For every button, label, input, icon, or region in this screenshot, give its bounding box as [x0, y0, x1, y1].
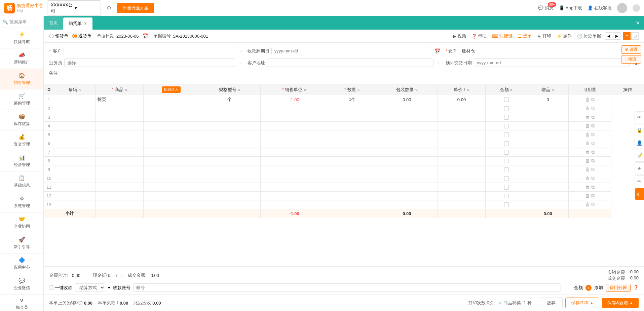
- operate-button[interactable]: ⚡ 操作: [555, 32, 573, 40]
- row-gift[interactable]: [486, 95, 527, 104]
- prev-button[interactable]: ◀: [605, 32, 612, 40]
- one-click-checkbox[interactable]: [49, 285, 53, 290]
- copy-icon[interactable]: ⧉: [591, 97, 595, 103]
- sales-bill-radio[interactable]: 销货单: [49, 33, 68, 39]
- abandon-button[interactable]: 放弃: [540, 298, 563, 308]
- product-sort-icon[interactable]: ⇅: [125, 88, 127, 92]
- one-click-pay[interactable]: 一键收款: [49, 285, 72, 291]
- row-barcode[interactable]: [54, 95, 96, 104]
- col-settings[interactable]: ⚙: [44, 84, 54, 95]
- payment-method-select[interactable]: 结算方式: [75, 283, 105, 292]
- due-date-input[interactable]: [271, 47, 431, 55]
- sidebar-item-ops-mgmt[interactable]: 📊 经营管理: [0, 151, 43, 171]
- logistics-button[interactable]: + 物流: [621, 55, 641, 64]
- gift-sort-icon[interactable]: ⇅: [552, 88, 554, 92]
- due-date-calendar-icon[interactable]: 📅: [434, 48, 440, 54]
- delete-icon[interactable]: 🗑: [585, 114, 590, 120]
- delete-icon[interactable]: 🗑: [585, 158, 590, 164]
- warehouse-input[interactable]: [459, 47, 632, 55]
- message-button[interactable]: 💬 消息 99+: [538, 5, 554, 11]
- scan-button[interactable]: 扫码录入: [162, 86, 181, 93]
- delete-icon[interactable]: 🗑: [585, 106, 590, 111]
- row-price[interactable]: 0.00: [376, 95, 438, 104]
- list-view-button[interactable]: ≡: [623, 32, 631, 40]
- row-spec[interactable]: [144, 95, 199, 104]
- user-avatar2[interactable]: [633, 4, 640, 12]
- sidebar-item-inventory[interactable]: 📦 库存核算: [0, 110, 43, 130]
- amount-sort-icon[interactable]: ⇅: [510, 88, 513, 92]
- trial-button[interactable]: 体验行业方案: [117, 3, 154, 13]
- salesman-dots-button[interactable]: ···: [238, 60, 242, 65]
- customer-addr-input[interactable]: [267, 59, 433, 67]
- delete-icon[interactable]: 🗑: [585, 193, 590, 199]
- customer-dots-button[interactable]: ···: [238, 48, 242, 53]
- print-button[interactable]: 🖨 打印: [536, 32, 553, 40]
- sidebar-search[interactable]: 🔍 搜索菜单: [0, 16, 43, 28]
- video-button[interactable]: ▶ 视频: [452, 32, 467, 40]
- customer-input[interactable]: [64, 47, 235, 55]
- account-input[interactable]: [133, 283, 561, 292]
- close-all-tabs-button[interactable]: ✕: [632, 16, 644, 30]
- next-button[interactable]: ▶: [613, 32, 620, 40]
- delete-icon[interactable]: 🗑: [585, 184, 590, 190]
- sidebar-item-fund-mgmt[interactable]: 💰 资金管理: [0, 130, 43, 151]
- salesman-input[interactable]: [64, 59, 235, 67]
- copy-icon[interactable]: ⧉: [591, 123, 595, 129]
- calendar-icon[interactable]: 📅: [142, 33, 148, 39]
- sidebar-item-corp-coop[interactable]: 🤝 企业协同: [0, 212, 43, 233]
- history-button[interactable]: 🕐 历史单据: [576, 32, 602, 40]
- float-person-button[interactable]: 👤: [635, 137, 644, 149]
- add-payment-button[interactable]: +: [585, 285, 592, 291]
- row-amount[interactable]: 0.00: [438, 95, 486, 104]
- copy-icon[interactable]: ⧉: [591, 141, 595, 146]
- copy-icon[interactable]: ⧉: [591, 114, 595, 120]
- delete-icon[interactable]: 🗑: [585, 123, 590, 129]
- copy-icon[interactable]: ⧉: [591, 158, 595, 164]
- save-draft-button[interactable]: 保存草稿 ▲: [565, 298, 600, 308]
- settings-button[interactable]: ⚙ 设置: [621, 45, 641, 54]
- copy-icon[interactable]: ⧉: [591, 106, 595, 111]
- app-download-button[interactable]: 📱 App下载: [559, 5, 582, 11]
- sidebar-item-new-guide[interactable]: 🚀 新手引导: [0, 233, 43, 254]
- copy-icon[interactable]: ⧉: [591, 193, 595, 199]
- price-info-icon[interactable]: ℹ: [464, 87, 465, 92]
- sidebar-item-app-center[interactable]: 🔷 应用中心: [0, 254, 43, 274]
- select-order-button[interactable]: ☰ 选单: [517, 32, 533, 40]
- pack-sort-icon[interactable]: ⇅: [415, 88, 418, 92]
- sidebar-item-quick-nav[interactable]: ⚡ 快捷导航: [0, 28, 43, 48]
- delete-icon[interactable]: 🗑: [585, 97, 590, 103]
- float-lock-button[interactable]: 🔒: [635, 124, 644, 136]
- qty-sort-icon[interactable]: ⇅: [357, 88, 360, 92]
- return-bill-radio[interactable]: 退货单: [72, 33, 91, 39]
- barcode-sort-icon[interactable]: ⇅: [78, 88, 81, 92]
- copy-icon[interactable]: ⧉: [591, 167, 595, 172]
- sidebar-item-sys-mgmt[interactable]: ⚙ 系统管理: [0, 192, 43, 212]
- unit-sort-icon[interactable]: ⇅: [304, 88, 306, 92]
- delete-icon[interactable]: 🗑: [585, 167, 590, 172]
- shortcut-button[interactable]: ⌨ 快捷键: [491, 32, 514, 40]
- row-unit[interactable]: 个: [199, 95, 260, 104]
- spec-sort-icon[interactable]: ⇅: [238, 88, 240, 92]
- delete-icon[interactable]: 🗑: [585, 141, 590, 146]
- sidebar-item-purchase-mgmt[interactable]: 🛒 采购管理: [0, 89, 43, 110]
- sidebar-item-marketing[interactable]: 📣 营销推广: [0, 48, 43, 69]
- payment-help-icon[interactable]: ❓: [633, 285, 639, 290]
- copy-icon[interactable]: ⧉: [591, 149, 595, 155]
- tab-close-icon[interactable]: ✕: [84, 21, 87, 26]
- discount-info-icon[interactable]: ℹ: [116, 273, 117, 278]
- user-avatar[interactable]: [617, 3, 627, 13]
- copy-icon[interactable]: ⧉: [591, 184, 595, 190]
- delete-icon[interactable]: 🗑: [585, 202, 590, 207]
- float-star-button[interactable]: ★: [635, 162, 644, 174]
- grid-view-button[interactable]: ⊞: [631, 32, 639, 40]
- save-new-button[interactable]: 保存&新增 ▲: [602, 298, 639, 308]
- product-type-text[interactable]: ⊙: [499, 300, 502, 305]
- tab-sales-order[interactable]: 销货单 ✕: [63, 17, 92, 30]
- float-edit-button[interactable]: ✏: [635, 175, 644, 187]
- row-pack-qty[interactable]: 1个: [328, 95, 376, 104]
- account-dots-button[interactable]: ···: [565, 285, 569, 290]
- online-service-button[interactable]: 👤 在线客服: [588, 5, 612, 11]
- company-settings-button[interactable]: ⚙: [104, 3, 114, 13]
- sidebar-item-member[interactable]: V 畅会员: [0, 295, 43, 311]
- expected-date-input[interactable]: [474, 59, 630, 67]
